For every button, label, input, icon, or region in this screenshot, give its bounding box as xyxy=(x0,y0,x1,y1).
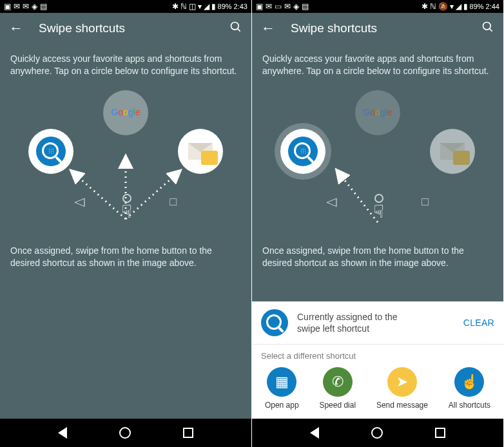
nfc-icon: ℕ xyxy=(180,2,187,11)
clock: 2:44 xyxy=(486,3,499,10)
back-hint-icon: ◁ xyxy=(73,194,84,209)
nav-back-icon[interactable] xyxy=(310,427,319,439)
notif-icon: ▤ xyxy=(40,2,47,11)
svg-line-1 xyxy=(238,28,240,31)
open-app-icon: ▦ xyxy=(267,367,296,397)
option-send-message[interactable]: ➤ Send message xyxy=(376,367,428,410)
search-icon[interactable] xyxy=(481,21,494,37)
notif-icon: ▭ xyxy=(275,2,282,11)
battery-icon: ▮ xyxy=(463,2,468,11)
recent-hint-icon: □ xyxy=(170,194,177,209)
notif-icon: ✉ xyxy=(284,2,291,11)
status-bar: ▣ ✉ ▭ ✉ ◈ ▤ ✱ ℕ 🔕 ▾ ◢ ▮ 89% 2:44 xyxy=(252,0,503,13)
mail-icon xyxy=(440,143,465,160)
select-different-label: Select a different shortcut xyxy=(252,344,503,365)
nav-home-icon[interactable] xyxy=(119,427,131,439)
nav-back-icon[interactable] xyxy=(58,427,67,439)
illustration: Google ◁ □ ☟ xyxy=(262,90,493,245)
signal-icon: ◢ xyxy=(204,2,209,11)
app-bar: ← Swipe shortcuts xyxy=(0,13,251,44)
content-area: Quickly access your favorite apps and sh… xyxy=(0,44,251,419)
wifi-icon: ▾ xyxy=(450,2,454,11)
shortcut-circle-mail[interactable] xyxy=(178,129,223,174)
google-logo: Google xyxy=(111,106,140,119)
page-title: Swipe shortcuts xyxy=(39,21,229,35)
notif-icon: ▤ xyxy=(302,2,309,11)
notif-icon: ▣ xyxy=(4,2,11,11)
content-area: Quickly access your favorite apps and sh… xyxy=(252,44,503,301)
option-speed-dial[interactable]: ✆ Speed dial xyxy=(319,367,356,410)
battery-icon: ▮ xyxy=(211,2,216,11)
battery-percent: 89% xyxy=(218,3,232,10)
status-bar: ▣ ✉ ✉ ◈ ▤ ✱ ℕ ◫ ▾ ◢ ▮ 89% 2:43 xyxy=(0,0,251,13)
search-icon[interactable] xyxy=(229,21,242,37)
assigned-row: Currently assigned to the swipe left sho… xyxy=(252,301,503,344)
svg-point-0 xyxy=(231,22,239,30)
vibrate-icon: ◫ xyxy=(189,2,196,11)
shortcut-config-panel: Currently assigned to the swipe left sho… xyxy=(252,301,503,419)
nfc-icon: ℕ xyxy=(430,2,436,11)
send-message-icon: ➤ xyxy=(387,367,417,397)
instruction-text: Once assigned, swipe from the home butto… xyxy=(262,245,493,269)
recent-hint-icon: □ xyxy=(422,194,429,209)
description-text: Quickly access your favorite apps and sh… xyxy=(10,53,241,77)
phone-screen-right: ▣ ✉ ▭ ✉ ◈ ▤ ✱ ℕ 🔕 ▾ ◢ ▮ 89% 2:44 ← Swipe… xyxy=(252,0,503,447)
options-row: ▦ Open app ✆ Speed dial ➤ Send message ☝… xyxy=(252,365,503,419)
shortcut-circle-search-selected[interactable] xyxy=(280,129,325,174)
clock: 2:43 xyxy=(234,3,247,10)
shortcut-circle-mail[interactable] xyxy=(430,129,475,174)
mute-icon: 🔕 xyxy=(438,2,448,11)
option-label: Send message xyxy=(376,401,428,410)
assigned-line-1: Currently assigned to the xyxy=(297,311,463,323)
phone-screen-left: ▣ ✉ ✉ ◈ ▤ ✱ ℕ ◫ ▾ ◢ ▮ 89% 2:43 ← Swipe s… xyxy=(0,0,251,447)
notif-icon: ◈ xyxy=(293,2,299,11)
notif-icon: ▣ xyxy=(256,2,263,11)
instruction-text: Once assigned, swipe from the home butto… xyxy=(10,245,241,269)
pointer-hand-icon: ☟ xyxy=(373,200,384,224)
clear-button[interactable]: CLEAR xyxy=(463,318,494,328)
notif-icon: ✉ xyxy=(14,2,20,11)
option-all-shortcuts[interactable]: ☝ All shortcuts xyxy=(449,367,490,410)
device-search-icon xyxy=(288,137,318,166)
nav-recent-icon[interactable] xyxy=(435,428,445,438)
back-icon[interactable]: ← xyxy=(9,20,23,37)
assigned-line-2: swipe left shortcut xyxy=(297,323,463,334)
battery-percent: 89% xyxy=(470,3,484,10)
bluetooth-icon: ✱ xyxy=(422,2,428,11)
all-shortcuts-icon: ☝ xyxy=(454,367,484,397)
option-label: All shortcuts xyxy=(449,401,490,410)
google-logo: Google xyxy=(363,106,392,119)
wifi-icon: ▾ xyxy=(198,2,202,11)
signal-icon: ◢ xyxy=(456,2,461,11)
description-text: Quickly access your favorite apps and sh… xyxy=(262,53,493,77)
shortcut-circle-google[interactable]: Google xyxy=(355,90,400,135)
option-label: Speed dial xyxy=(319,401,356,410)
back-hint-icon: ◁ xyxy=(325,194,336,209)
illustration: Google ◁ □ ☟ xyxy=(10,90,241,245)
speed-dial-icon: ✆ xyxy=(323,367,353,397)
option-open-app[interactable]: ▦ Open app xyxy=(265,367,299,410)
nav-recent-icon[interactable] xyxy=(183,428,193,438)
pointer-hand-icon: ☟ xyxy=(121,200,132,224)
notif-icon: ✉ xyxy=(266,2,272,11)
back-icon[interactable]: ← xyxy=(261,20,275,37)
shortcut-circle-google[interactable]: Google xyxy=(103,90,148,135)
shortcut-circle-search[interactable] xyxy=(28,129,73,174)
device-search-icon xyxy=(36,137,66,166)
option-label: Open app xyxy=(265,401,299,410)
notif-icon: ✉ xyxy=(23,2,29,11)
nav-home-icon[interactable] xyxy=(371,427,383,439)
svg-point-6 xyxy=(483,22,491,30)
svg-line-7 xyxy=(490,28,492,31)
system-nav-bar xyxy=(252,419,503,447)
system-nav-bar xyxy=(0,419,251,447)
bluetooth-icon: ✱ xyxy=(172,2,179,11)
assigned-shortcut-icon xyxy=(261,309,288,336)
assigned-text: Currently assigned to the swipe left sho… xyxy=(297,311,463,334)
notif-icon: ◈ xyxy=(32,2,37,11)
mail-icon xyxy=(188,143,213,160)
page-title: Swipe shortcuts xyxy=(291,21,481,35)
app-bar: ← Swipe shortcuts xyxy=(252,13,503,44)
